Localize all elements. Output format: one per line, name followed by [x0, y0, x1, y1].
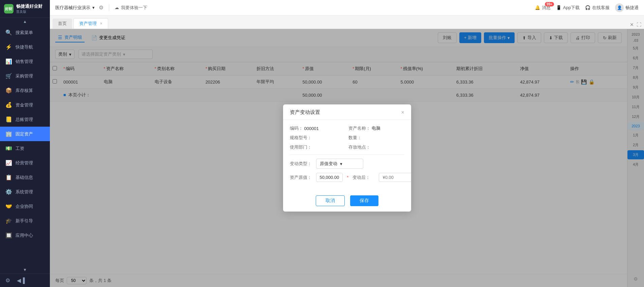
topbar-settings-icon[interactable]: ⚙: [99, 4, 103, 11]
company-dropdown-icon[interactable]: ▾: [92, 5, 95, 10]
sidebar-item-search-label: 搜索菜单: [16, 30, 33, 36]
sidebar-item-funds-label: 资金管理: [16, 102, 33, 108]
sidebar-item-quick-nav-label: 快捷导航: [16, 44, 33, 50]
sidebar-item-sales[interactable]: 📊 销售管理: [0, 54, 50, 69]
messages-button[interactable]: 🔔 消息 99+: [535, 5, 551, 11]
settings-icon[interactable]: ⚙: [5, 277, 10, 284]
dialog-code-item: 编码： 000001: [290, 125, 346, 131]
dialog-spec-label: 规格型号：: [290, 135, 312, 141]
nav-icon: ⚡: [5, 44, 12, 50]
sidebar-nav: 🔍 搜索菜单 ⚡ 快捷导航 📊 销售管理 🛒 采购管理 📦 库存核算 💰 资金管…: [0, 25, 50, 266]
funds-icon: 💰: [5, 102, 12, 108]
topbar-right: 🔔 消息 99+ 📱 App下载 🎧 在线客服 👤 畅捷通: [535, 3, 639, 12]
sidebar-item-basic-info[interactable]: 📋 基础信息: [0, 170, 50, 185]
logo-icon: 好财: [4, 4, 13, 13]
dialog-spec-item: 规格型号：: [290, 135, 346, 141]
sidebar-item-guide[interactable]: 🎓 新手引导: [0, 214, 50, 228]
purchase-icon: 🛒: [5, 73, 12, 79]
sidebar-item-purchase[interactable]: 🛒 采购管理: [0, 69, 50, 83]
sidebar-item-guide-label: 新手引导: [16, 218, 33, 224]
bell-icon: 🔔: [535, 5, 540, 10]
system-icon: ⚙️: [5, 189, 12, 195]
sidebar-item-enterprise[interactable]: 🤝 企业协同: [0, 199, 50, 214]
enterprise-icon: 🤝: [5, 203, 12, 210]
ledger-icon: 📒: [5, 116, 12, 123]
online-service-button[interactable]: 🎧 在线客服: [585, 5, 610, 11]
sidebar-item-inventory[interactable]: 📦 库存核算: [0, 83, 50, 98]
dialog-body: 编码： 000001 资产名称： 电脑 规格型号：: [283, 120, 411, 191]
window-close-icon[interactable]: ✕: [630, 22, 634, 27]
sidebar: 好财 畅捷通好业财 普及版 ▲ 🔍 搜索菜单 ⚡ 快捷导航 📊 销售管理 🛒 采…: [0, 0, 50, 287]
dialog-row-3: 使用部门： 存放地点：: [290, 144, 404, 150]
topbar-experience[interactable]: ☁ 我要体验一下: [115, 5, 147, 11]
mobile-icon: 📱: [556, 5, 561, 10]
dialog-value-row: 资产原值： 50,000.00 * 变动后：: [290, 173, 404, 182]
dialog-close-button[interactable]: ×: [401, 109, 404, 116]
dialog-code-label: 编码：: [290, 125, 303, 131]
tab-home[interactable]: 首页: [53, 19, 72, 29]
sidebar-item-app-center[interactable]: 🔲 应用中心: [0, 228, 50, 243]
dialog-department-item: 使用部门：: [290, 144, 346, 150]
topbar: 医疗器械行业演示 ▾ ⚙ ☁ 我要体验一下 🔔 消息 99+ 📱 App下载 🎧…: [50, 0, 644, 15]
dialog-department-label: 使用部门：: [290, 144, 312, 150]
main-area: 医疗器械行业演示 ▾ ⚙ ☁ 我要体验一下 🔔 消息 99+ 📱 App下载 🎧…: [50, 0, 644, 287]
sidebar-item-fixed-assets[interactable]: 🏢 固定资产: [0, 127, 50, 141]
avatar: 👤: [615, 3, 624, 12]
search-icon: 🔍: [5, 29, 12, 36]
cloud-icon: ☁: [115, 5, 119, 10]
scroll-down-arrow[interactable]: ▼: [0, 266, 50, 274]
basic-info-icon: 📋: [5, 174, 12, 181]
fixed-assets-icon: 🏢: [5, 131, 12, 137]
window-expand-icon[interactable]: ⛶: [637, 22, 641, 27]
after-change-required-icon: *: [347, 175, 348, 180]
sidebar-item-system[interactable]: ⚙️ 系统管理: [0, 185, 50, 199]
sidebar-item-purchase-label: 采购管理: [16, 73, 33, 79]
topbar-company: 医疗器械行业演示 ▾: [55, 5, 95, 11]
sidebar-item-inventory-label: 库存核算: [16, 88, 33, 94]
user-profile[interactable]: 👤 畅捷通: [615, 3, 639, 12]
tab-asset-management-label: 资产管理: [79, 21, 97, 26]
dialog-change-type-select[interactable]: 原值变动 ▾: [316, 159, 363, 169]
dialog-save-button[interactable]: 保存: [350, 195, 378, 206]
sidebar-item-fixed-assets-label: 固定资产: [16, 131, 33, 137]
app-download-label: App下载: [563, 5, 580, 11]
app-download-button[interactable]: 📱 App下载: [556, 5, 580, 11]
dialog-change-type-value: 原值变动: [320, 161, 337, 167]
inventory-icon: 📦: [5, 87, 12, 94]
dialog-change-type-label: 变动类型：: [290, 161, 313, 167]
sidebar-item-operations[interactable]: 📈 经营管理: [0, 156, 50, 170]
user-name: 畅捷通: [625, 5, 639, 11]
dialog-cancel-button[interactable]: 取消: [316, 195, 345, 206]
sidebar-item-basic-info-label: 基础信息: [16, 174, 33, 181]
sidebar-item-wages[interactable]: 💵 工资: [0, 141, 50, 156]
sidebar-item-search[interactable]: 🔍 搜索菜单: [0, 25, 50, 40]
guide-icon: 🎓: [5, 218, 12, 224]
operations-icon: 📈: [5, 160, 12, 166]
company-name: 医疗器械行业演示: [55, 5, 90, 11]
messages-badge: 99+: [545, 2, 554, 6]
dialog-quantity-item: 数量：: [348, 135, 404, 141]
sidebar-item-quick-nav[interactable]: ⚡ 快捷导航: [0, 40, 50, 54]
asset-change-dialog: 资产变动设置 × 编码： 000001 资产名称： 电脑: [283, 104, 411, 212]
collapse-icon[interactable]: ◀▐: [17, 277, 25, 284]
sales-icon: 📊: [5, 58, 12, 65]
sidebar-item-ledger[interactable]: 📒 总账管理: [0, 112, 50, 127]
dialog-row-1: 编码： 000001 资产名称： 电脑: [290, 125, 404, 131]
modal-overlay: 资产变动设置 × 编码： 000001 资产名称： 电脑: [50, 29, 644, 287]
dialog-footer: 取消 保存: [283, 191, 411, 212]
dialog-save-label: 保存: [360, 198, 369, 203]
sidebar-item-funds[interactable]: 💰 资金管理: [0, 98, 50, 112]
sidebar-item-system-label: 系统管理: [16, 189, 33, 195]
sidebar-item-ledger-label: 总账管理: [16, 117, 33, 123]
sidebar-bottom: ⚙ ◀▐: [0, 274, 50, 287]
dialog-title: 资产变动设置: [290, 109, 320, 116]
app-center-icon: 🔲: [5, 232, 12, 238]
dialog-after-change-input[interactable]: [379, 173, 411, 182]
dialog-original-value-input[interactable]: 50,000.00: [316, 173, 343, 182]
online-service-label: 在线客服: [592, 5, 610, 11]
tab-asset-management[interactable]: 资产管理 ×: [73, 18, 108, 29]
dialog-original-value-label: 资产原值：: [290, 174, 313, 181]
scroll-up-arrow[interactable]: ▲: [0, 18, 50, 25]
headset-icon: 🎧: [585, 5, 590, 10]
tab-close-icon[interactable]: ×: [100, 21, 102, 26]
